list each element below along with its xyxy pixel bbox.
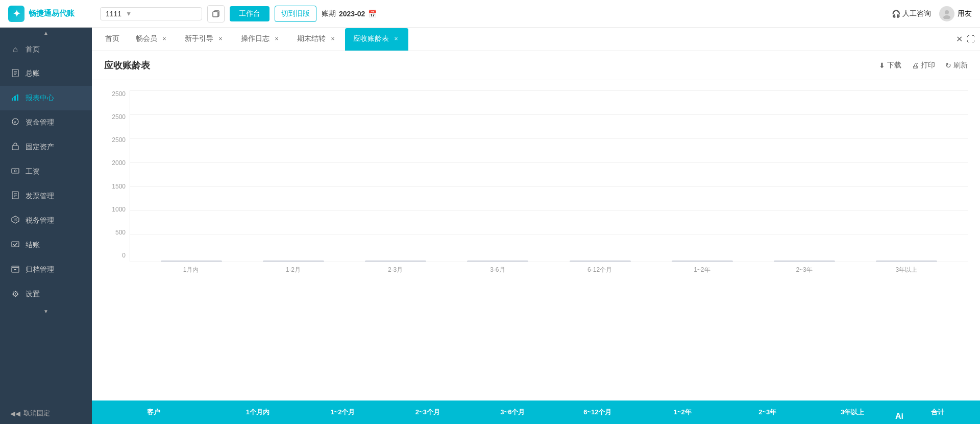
col-header-1-2year: 1~2年 bbox=[640, 408, 725, 417]
y-label-2500b: 2500 bbox=[112, 113, 126, 121]
tab-aging[interactable]: 应收账龄表 × bbox=[345, 28, 408, 51]
sidebar-label-reports: 报表中心 bbox=[26, 93, 82, 103]
bar-group-7 bbox=[753, 261, 855, 262]
sidebar-item-reports[interactable]: 报表中心 bbox=[0, 86, 92, 110]
sidebar-label-checkout: 结账 bbox=[26, 241, 82, 250]
company-name: 1111 bbox=[106, 10, 121, 18]
y-label-2000: 2000 bbox=[112, 159, 126, 167]
chart-grid bbox=[130, 90, 968, 262]
svg-point-14 bbox=[14, 170, 16, 172]
ledger-icon bbox=[10, 68, 20, 79]
tab-home[interactable]: 首页 bbox=[97, 28, 128, 51]
headset-icon: 🎧 bbox=[892, 10, 900, 18]
company-select[interactable]: 1111 ▼ bbox=[100, 7, 202, 20]
tab-period-end[interactable]: 期末结转 × bbox=[289, 28, 345, 51]
sidebar-item-archive[interactable]: 归档管理 bbox=[0, 257, 92, 282]
tab-oplog-close[interactable]: × bbox=[273, 35, 281, 43]
switch-version-button[interactable]: 切到旧版 bbox=[275, 6, 316, 22]
page-content: 应收账龄表 ⬇ 下载 🖨 打印 ↻ 刷新 bbox=[92, 51, 980, 424]
bar-1-2month bbox=[263, 261, 324, 262]
svg-rect-0 bbox=[213, 12, 218, 17]
close-window-button[interactable]: ✕ bbox=[956, 34, 963, 44]
tab-member[interactable]: 畅会员 × bbox=[128, 28, 177, 51]
tab-oplog[interactable]: 操作日志 × bbox=[233, 28, 289, 51]
sidebar-scroll-down[interactable]: ▼ bbox=[0, 306, 92, 316]
cancel-fixed-button[interactable]: ◀◀ 取消固定 bbox=[0, 403, 92, 424]
chart-area: 2500 2500 2500 2000 1500 1000 500 0 bbox=[92, 80, 980, 401]
tab-period-end-close[interactable]: × bbox=[329, 35, 337, 43]
download-button[interactable]: ⬇ 下载 bbox=[879, 61, 901, 70]
sidebar-label-settings: 设置 bbox=[26, 290, 82, 299]
tab-guide-close[interactable]: × bbox=[216, 35, 225, 43]
svg-rect-9 bbox=[17, 95, 18, 101]
bars-container bbox=[130, 90, 968, 262]
print-icon: 🖨 bbox=[912, 61, 919, 69]
header-center: 1111 ▼ 工作台 切到旧版 账期 2023-02 📅 bbox=[100, 5, 892, 22]
tab-oplog-label: 操作日志 bbox=[241, 34, 270, 43]
sidebar-item-ledger[interactable]: 总账 bbox=[0, 61, 92, 86]
sidebar-item-checkout[interactable]: 结账 bbox=[0, 233, 92, 257]
cancel-label: 取消固定 bbox=[23, 409, 50, 418]
assets-icon bbox=[10, 142, 20, 152]
tab-aging-close[interactable]: × bbox=[392, 35, 400, 43]
sidebar-item-settings[interactable]: ⚙ 设置 bbox=[0, 282, 92, 306]
tab-guide[interactable]: 新手引导 × bbox=[177, 28, 233, 51]
sidebar-item-tax[interactable]: 税 税务管理 bbox=[0, 208, 92, 233]
grid-line-bottom bbox=[130, 262, 968, 262]
user-avatar bbox=[939, 6, 954, 21]
tabs-bar: 首页 畅会员 × 新手引导 × 操作日志 × 期末结转 × 应收账龄表 × bbox=[92, 28, 980, 51]
main-layout: ▲ ⌂ 首页 总账 报表中心 ¥ 资金管理 固定资产 bbox=[0, 28, 980, 424]
user-area[interactable]: 用友 bbox=[939, 6, 972, 21]
svg-rect-12 bbox=[12, 146, 18, 150]
tab-period-end-label: 期末结转 bbox=[297, 34, 326, 43]
x-axis: 1月内 1-2月 2-3月 3-6月 6-12个月 1~2年 2~3年 3年以上 bbox=[130, 262, 968, 274]
svg-rect-22 bbox=[12, 266, 19, 268]
maximize-window-button[interactable]: ⛶ bbox=[967, 35, 975, 44]
sidebar-item-home[interactable]: ⌂ 首页 bbox=[0, 38, 92, 61]
col-header-2-3year: 2~3年 bbox=[725, 408, 810, 417]
workbench-button[interactable]: 工作台 bbox=[230, 6, 270, 21]
sidebar-label-funds: 资金管理 bbox=[26, 118, 82, 127]
sidebar-label-home: 首页 bbox=[26, 45, 82, 54]
bar-1month bbox=[161, 261, 222, 262]
sidebar-label-invoice: 发票管理 bbox=[26, 192, 82, 201]
page-header: 应收账龄表 ⬇ 下载 🖨 打印 ↻ 刷新 bbox=[92, 51, 980, 80]
sidebar-label-salary: 工资 bbox=[26, 167, 82, 176]
sidebar-label-assets: 固定资产 bbox=[26, 143, 82, 152]
bar-group-8 bbox=[855, 261, 958, 262]
tab-aging-label: 应收账龄表 bbox=[353, 34, 389, 43]
bar-group-4 bbox=[447, 261, 549, 262]
bar-group-6 bbox=[651, 261, 753, 262]
sidebar-label-tax: 税务管理 bbox=[26, 216, 82, 225]
refresh-button[interactable]: ↻ 刷新 bbox=[945, 61, 968, 70]
print-button[interactable]: 🖨 打印 bbox=[912, 61, 935, 70]
sidebar-scroll-up[interactable]: ▲ bbox=[0, 28, 92, 38]
header-right: 🎧 人工咨询 用友 bbox=[892, 6, 972, 21]
period-label: 账期 bbox=[322, 9, 336, 18]
download-icon: ⬇ bbox=[879, 61, 885, 69]
download-label: 下载 bbox=[887, 61, 901, 70]
page-actions: ⬇ 下载 🖨 打印 ↻ 刷新 bbox=[879, 61, 968, 70]
tab-guide-label: 新手引导 bbox=[185, 34, 213, 43]
y-axis: 2500 2500 2500 2000 1500 1000 500 0 bbox=[104, 90, 130, 274]
logo-text: 畅捷通易代账 bbox=[29, 9, 75, 18]
x-label-8: 3年以上 bbox=[855, 266, 958, 274]
refresh-icon: ↻ bbox=[945, 61, 951, 69]
sidebar-item-salary[interactable]: 工资 bbox=[0, 159, 92, 184]
y-label-500: 500 bbox=[115, 229, 126, 236]
x-label-1: 1月内 bbox=[140, 266, 242, 274]
svg-text:税: 税 bbox=[14, 218, 17, 221]
tab-member-close[interactable]: × bbox=[160, 35, 168, 43]
x-label-4: 3-6月 bbox=[447, 266, 549, 274]
sidebar-item-assets[interactable]: 固定资产 bbox=[0, 135, 92, 159]
sidebar-item-funds[interactable]: ¥ 资金管理 bbox=[0, 110, 92, 135]
col-header-3-6month: 3~6个月 bbox=[470, 408, 555, 417]
service-button[interactable]: 🎧 人工咨询 bbox=[892, 9, 931, 18]
sidebar-item-invoice[interactable]: 发票管理 bbox=[0, 184, 92, 208]
copy-button[interactable] bbox=[207, 5, 225, 22]
settings-icon: ⚙ bbox=[10, 289, 20, 299]
ai-badge[interactable]: Ai bbox=[885, 409, 914, 424]
svg-rect-13 bbox=[12, 169, 19, 173]
calendar-icon[interactable]: 📅 bbox=[368, 10, 377, 18]
col-header-6-12month: 6~12个月 bbox=[555, 408, 640, 417]
